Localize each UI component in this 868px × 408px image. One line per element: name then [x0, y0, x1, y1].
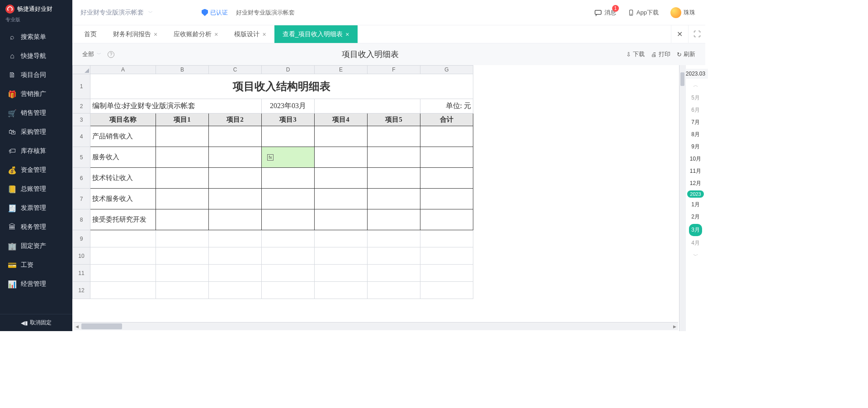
cell[interactable] [209, 147, 262, 168]
sidebar-item-stock[interactable]: 🏷库存核算 [0, 142, 72, 161]
month-item[interactable]: 11月 [685, 165, 705, 177]
cell[interactable] [420, 209, 473, 230]
row-header[interactable]: 9 [72, 230, 90, 247]
cell[interactable] [209, 247, 262, 265]
cell[interactable] [315, 168, 368, 189]
column-header[interactable]: G [420, 65, 473, 74]
tab[interactable]: 查看_项目收入明细表× [274, 25, 358, 43]
column-header[interactable]: F [368, 65, 420, 74]
cell[interactable] [156, 126, 209, 147]
active-cell[interactable]: fx [262, 147, 315, 168]
row-label-cell[interactable]: 技术转让收入 [90, 168, 156, 189]
messages-button[interactable]: 消息 1 [592, 7, 618, 19]
cell[interactable] [156, 247, 209, 265]
cell[interactable] [315, 230, 368, 247]
cell[interactable] [420, 189, 473, 209]
sidebar-item-nav[interactable]: ⌂快捷导航 [0, 47, 72, 66]
cell[interactable] [368, 282, 420, 299]
row-header[interactable]: 3 [72, 114, 90, 126]
cell[interactable] [420, 126, 473, 147]
row-label-cell[interactable]: 服务收入 [90, 147, 156, 168]
cell[interactable] [209, 230, 262, 247]
row-header[interactable]: 6 [72, 168, 90, 189]
help-icon[interactable]: ? [108, 51, 114, 58]
sidebar-item-contract[interactable]: 🗎项目合同 [0, 66, 72, 85]
sidebar-item-fund[interactable]: 💰资金管理 [0, 161, 72, 180]
refresh-button[interactable]: ↻ 刷新 [677, 50, 695, 58]
cell[interactable] [368, 265, 420, 282]
account-selector[interactable]: 好业财专业版演示帐套 ﹀ [80, 9, 193, 17]
cell[interactable] [156, 168, 209, 189]
cell[interactable] [90, 230, 156, 247]
cell[interactable] [315, 147, 368, 168]
close-tab-button[interactable]: ✕ [671, 25, 688, 43]
cell[interactable] [368, 189, 420, 209]
cell[interactable] [420, 265, 473, 282]
cell[interactable] [209, 282, 262, 299]
app-download-button[interactable]: App下载 [626, 7, 660, 19]
cell[interactable] [156, 230, 209, 247]
sidebar-item-ledger[interactable]: 📒总账管理 [0, 180, 72, 199]
cell[interactable] [420, 168, 473, 189]
row-header[interactable]: 7 [72, 189, 90, 209]
select-all-corner[interactable] [72, 65, 90, 74]
row-header[interactable]: 5 [72, 147, 90, 168]
tab[interactable]: 首页 [76, 25, 105, 43]
tab[interactable]: 应收账龄分析× [165, 25, 226, 43]
scroll-left-icon[interactable]: ◀ [73, 323, 80, 330]
row-header[interactable]: 1 [72, 74, 90, 99]
row-header[interactable]: 11 [72, 265, 90, 282]
month-item[interactable]: 9月 [685, 141, 705, 153]
cell[interactable] [315, 209, 368, 230]
month-item[interactable]: 10月 [685, 153, 705, 165]
download-button[interactable]: ⇩ 下载 [626, 50, 645, 58]
filter-selector[interactable]: 全部 ﹀ [82, 50, 101, 58]
row-header[interactable]: 2 [72, 99, 90, 114]
sidebar-item-marketing[interactable]: 🎁营销推广 [0, 85, 72, 104]
row-header[interactable]: 12 [72, 282, 90, 299]
sidebar-item-invoice[interactable]: 🧾发票管理 [0, 199, 72, 218]
print-button[interactable]: 🖨 打印 [651, 50, 670, 58]
cell[interactable] [262, 126, 315, 147]
month-item[interactable]: 8月 [685, 128, 705, 141]
cell[interactable] [315, 282, 368, 299]
cell[interactable] [262, 189, 315, 209]
cell[interactable] [315, 189, 368, 209]
cell[interactable] [315, 126, 368, 147]
sidebar-item-search[interactable]: ⌕搜索菜单 [0, 28, 72, 47]
cell[interactable] [156, 209, 209, 230]
horizontal-scrollbar[interactable]: ◀ ▶ [73, 322, 678, 330]
cell[interactable] [420, 147, 473, 168]
cell[interactable] [315, 99, 420, 114]
row-header[interactable]: 4 [72, 126, 90, 147]
cell[interactable] [209, 126, 262, 147]
cell[interactable] [209, 209, 262, 230]
year-tag[interactable]: 2023.03 [683, 69, 708, 79]
month-item[interactable]: 1月 [685, 199, 705, 211]
cell[interactable] [420, 247, 473, 265]
cell[interactable] [368, 230, 420, 247]
cell[interactable] [262, 282, 315, 299]
cell[interactable] [368, 209, 420, 230]
tab[interactable]: 财务利润报告× [105, 25, 165, 43]
scroll-right-icon[interactable]: ▶ [671, 323, 678, 330]
month-item[interactable]: 6月 [685, 104, 705, 116]
tab[interactable]: 模版设计× [226, 25, 274, 43]
user-menu[interactable]: 珠珠 [669, 5, 697, 20]
month-item[interactable]: 12月 [685, 177, 705, 190]
cell[interactable] [262, 168, 315, 189]
column-header[interactable]: C [209, 65, 262, 74]
sidebar-item-purchase[interactable]: 🛍采购管理 [0, 123, 72, 142]
column-header[interactable]: D [262, 65, 315, 74]
cell[interactable] [156, 189, 209, 209]
row-label-cell[interactable]: 产品销售收入 [90, 126, 156, 147]
grid[interactable]: ABCDEFG1项目收入结构明细表2编制单位:好业财专业版演示帐套2023年03… [72, 65, 679, 299]
close-icon[interactable]: × [262, 31, 266, 38]
cell[interactable] [90, 247, 156, 265]
cell[interactable] [262, 230, 315, 247]
cell[interactable] [368, 168, 420, 189]
close-icon[interactable]: × [154, 31, 157, 38]
cell[interactable] [262, 265, 315, 282]
column-header[interactable]: A [90, 65, 156, 74]
column-header[interactable]: E [315, 65, 368, 74]
